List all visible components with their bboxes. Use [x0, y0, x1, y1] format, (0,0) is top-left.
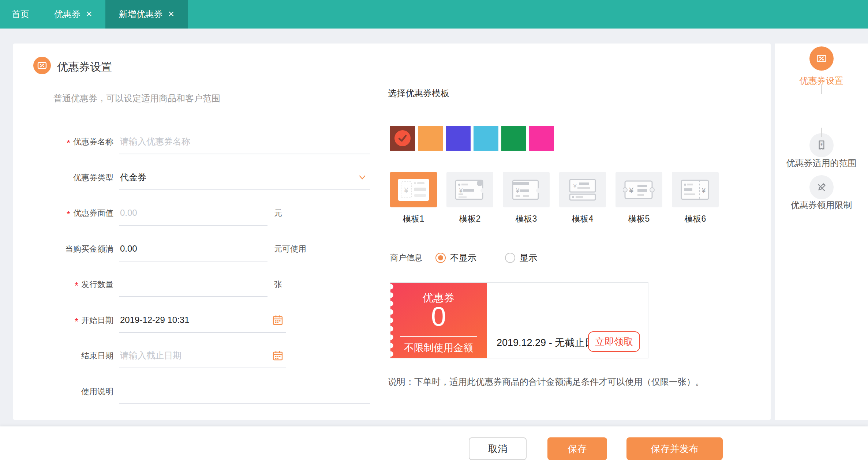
close-tab-icon[interactable]: ✕ — [86, 10, 92, 19]
tab-优惠券[interactable]: 优惠券✕ — [41, 0, 105, 29]
color-swatch-green[interactable] — [501, 126, 526, 151]
template-option-模板6[interactable]: ¥ 模板6 — [672, 172, 719, 225]
save-publish-button[interactable]: 保存并发布 — [626, 437, 723, 460]
color-swatch-magenta[interactable] — [529, 126, 554, 151]
svg-text:¥: ¥ — [820, 142, 823, 146]
preview-coupon-condition: 不限制使用金额 — [390, 341, 487, 354]
required-asterisk: * — [67, 138, 70, 148]
field-label: 发行数量 — [81, 279, 113, 290]
color-swatch-indigo[interactable] — [446, 126, 471, 151]
template-option-模板2[interactable]: ¥ 模板2 — [446, 172, 493, 225]
preview-coupon-amount: 0 — [390, 303, 487, 330]
merchant-info-row: 商户信息 不显示 显示 — [390, 251, 537, 265]
template-option-模板3[interactable]: ¥ 模板3 — [503, 172, 550, 225]
calendar-icon[interactable] — [272, 350, 284, 361]
template-thumb[interactable]: ¥ — [616, 172, 662, 207]
field-suffix: 元 — [274, 208, 282, 219]
tab-首页[interactable]: 首页 — [0, 0, 41, 29]
cancel-button[interactable]: 取消 — [469, 437, 527, 460]
svg-text:¥: ¥ — [516, 188, 519, 194]
tab-label: 优惠券 — [54, 8, 81, 20]
form-row-使用说明: 使用说明 — [13, 379, 370, 404]
ticket-art-icon: ¥ — [623, 177, 655, 202]
page-title: 优惠券设置 — [57, 60, 112, 75]
color-swatch-red[interactable] — [390, 126, 415, 151]
field-placeholder: 请输入截止日期 — [119, 350, 182, 361]
input-优惠券面值[interactable]: 0.00 — [119, 201, 267, 226]
pencil-icon[interactable] — [809, 175, 834, 199]
field-label-cell: *优惠券面值 — [13, 207, 113, 219]
template-label: 模板6 — [672, 213, 719, 225]
radio-icon[interactable] — [435, 253, 446, 263]
color-swatch-list — [390, 126, 554, 151]
save-button[interactable]: 保存 — [547, 437, 607, 460]
field-label: 使用说明 — [81, 386, 113, 397]
input-发行数量[interactable] — [119, 272, 267, 297]
date-input-开始日期[interactable]: 2019-12-29 10:31 — [119, 308, 286, 333]
field-suffix: 元可使用 — [274, 244, 306, 255]
date-input-结束日期[interactable]: 请输入截止日期 — [119, 343, 286, 368]
field-label-cell: 优惠券类型 — [13, 172, 113, 183]
template-label: 模板2 — [446, 213, 493, 225]
svg-text:¥: ¥ — [459, 188, 463, 194]
form-row-结束日期: 结束日期请输入截止日期 — [13, 343, 286, 368]
field-label-cell: *优惠券名称 — [13, 136, 113, 148]
radio-option-不显示[interactable]: 不显示 — [435, 252, 476, 264]
template-thumb[interactable]: ¥ — [390, 172, 437, 207]
field-placeholder: 0.00 — [119, 208, 137, 218]
merchant-info-label: 商户信息 — [390, 252, 422, 263]
ticket-art-icon: ¥ — [454, 177, 486, 202]
ticket-art-icon: ¥ — [397, 177, 430, 202]
input-优惠券名称[interactable]: 请输入优惠券名称 — [119, 129, 370, 154]
footer-bar: 取消 保存 保存并发布 — [0, 426, 868, 463]
svg-text:¥: ¥ — [701, 187, 706, 194]
template-thumb[interactable]: ¥ — [672, 172, 719, 207]
template-thumb[interactable]: ¥ — [446, 172, 493, 207]
template-option-模板1[interactable]: ¥ 模板1 — [390, 172, 437, 225]
close-tab-icon[interactable]: ✕ — [168, 10, 174, 19]
template-label: 模板5 — [616, 213, 662, 225]
field-value: 2019-12-29 10:31 — [119, 315, 190, 325]
template-label: 模板4 — [559, 213, 606, 225]
input-当购买金额满[interactable]: 0.00 — [119, 237, 267, 261]
form-row-发行数量: *发行数量张 — [13, 272, 282, 297]
field-label: 优惠券类型 — [73, 172, 113, 183]
required-asterisk: * — [75, 281, 78, 290]
template-option-模板4[interactable]: ¥ 模板4 — [559, 172, 606, 225]
field-suffix: 张 — [274, 279, 282, 290]
svg-text:¥: ¥ — [629, 186, 634, 195]
radio-option-显示[interactable]: 显示 — [505, 252, 537, 264]
ticket-art-icon: ¥ — [566, 177, 599, 202]
form-row-当购买金额满: 当购买金额满0.00元可使用 — [13, 237, 306, 261]
field-label-cell: *开始日期 — [13, 315, 113, 326]
main-card: 优惠券设置 普通优惠券，可以设定适用商品和客户范围 *优惠券名称请输入优惠券名称… — [13, 44, 771, 420]
page-subtitle: 普通优惠券，可以设定适用商品和客户范围 — [53, 93, 220, 104]
template-thumb[interactable]: ¥ — [559, 172, 606, 207]
calendar-icon[interactable] — [272, 314, 284, 326]
template-label: 模板3 — [503, 213, 550, 225]
chevron-down-icon[interactable] — [357, 172, 368, 183]
field-label: 当购买金额满 — [65, 244, 113, 255]
claim-now-button[interactable]: 立即领取 — [588, 331, 640, 352]
template-list: ¥ 模板1 ¥ 模板2 ¥ 模板3 ¥ 模板4 ¥ 模板5 ¥ 模板6 — [390, 172, 719, 225]
field-value: 代金券 — [119, 172, 146, 183]
input-使用说明[interactable] — [119, 379, 370, 404]
form-row-优惠券面值: *优惠券面值0.00元 — [13, 201, 282, 226]
field-label: 开始日期 — [81, 315, 113, 326]
field-label-cell: 使用说明 — [13, 386, 113, 397]
coupon-icon[interactable] — [809, 46, 834, 71]
template-thumb[interactable]: ¥ — [503, 172, 550, 207]
preview-divider — [400, 336, 477, 337]
form-row-优惠券名称: *优惠券名称请输入优惠券名称 — [13, 129, 370, 154]
field-label: 优惠券面值 — [73, 208, 113, 219]
field-label: 优惠券名称 — [73, 136, 113, 147]
radio-label: 不显示 — [450, 252, 476, 264]
tab-新增优惠券[interactable]: 新增优惠券✕ — [105, 0, 187, 29]
color-swatch-orange[interactable] — [418, 126, 443, 151]
step-connector — [821, 128, 822, 137]
color-swatch-cyan[interactable] — [474, 126, 498, 151]
radio-icon[interactable] — [505, 253, 515, 263]
template-option-模板5[interactable]: ¥ 模板5 — [616, 172, 662, 225]
coupon-icon — [33, 57, 51, 74]
select-优惠券类型[interactable]: 代金券 — [119, 165, 370, 190]
